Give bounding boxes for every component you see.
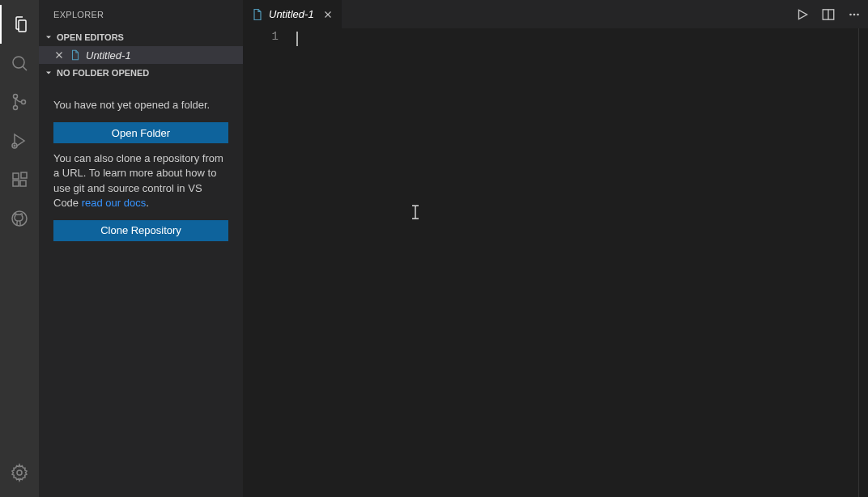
svg-rect-9 [21,172,27,178]
activity-github[interactable] [0,199,39,238]
open-editor-item[interactable]: Untitled-1 [39,46,243,64]
tab-label: Untitled-1 [269,8,314,20]
svg-rect-8 [20,181,26,186]
section-label: NO FOLDER OPENED [57,68,149,78]
close-icon[interactable] [53,49,66,61]
tab-actions [789,0,868,28]
chevron-down-icon [42,31,55,44]
svg-point-20 [857,13,859,15]
activity-explorer[interactable] [0,5,39,44]
section-no-folder[interactable]: NO FOLDER OPENED [39,64,243,82]
file-icon [251,8,264,21]
clone-message-end: . [146,197,149,209]
open-folder-button[interactable]: Open Folder [53,122,228,143]
code-content[interactable] [296,28,858,497]
no-folder-message: You have not yet opened a folder. [53,98,228,113]
svg-point-19 [853,13,856,15]
activity-run-debug[interactable] [0,121,39,160]
line-gutter: 1 [243,28,296,497]
split-editor-icon[interactable] [821,7,836,22]
activity-source-control[interactable] [0,83,39,121]
file-icon [70,49,83,61]
svg-point-11 [17,470,22,475]
svg-line-1 [23,66,27,70]
text-cursor [296,32,298,46]
section-label: OPEN EDITORS [57,32,124,42]
run-icon[interactable] [795,7,810,22]
svg-point-18 [849,13,852,15]
activity-settings[interactable] [0,453,39,492]
svg-point-3 [14,106,18,110]
tab-untitled-1[interactable]: Untitled-1 [243,0,343,28]
no-folder-body: You have not yet opened a folder. Open F… [39,82,243,241]
svg-rect-6 [13,173,19,179]
close-icon[interactable] [322,9,334,20]
svg-point-4 [22,100,26,104]
svg-point-0 [13,57,24,68]
minimap[interactable] [858,28,868,497]
more-icon[interactable] [847,7,862,22]
svg-rect-7 [13,181,19,186]
editor-body[interactable]: 1 [243,28,868,497]
read-docs-link[interactable]: read our docs [82,197,147,209]
clone-message: You can also clone a repository from a U… [53,151,228,210]
clone-repository-button[interactable]: Clone Repository [53,220,228,241]
activity-extensions[interactable] [0,160,39,199]
open-editor-filename: Untitled-1 [86,49,131,62]
activity-bar [0,0,39,497]
editor-area: Untitled-1 1 [243,0,868,497]
svg-point-2 [14,95,18,99]
line-number: 1 [243,30,279,43]
chevron-down-icon [42,66,55,79]
sidebar-explorer: EXPLORER OPEN EDITORS Untitled-1 NO FOLD… [39,0,243,497]
activity-search[interactable] [0,44,39,83]
section-open-editors[interactable]: OPEN EDITORS [39,28,243,46]
sidebar-title: EXPLORER [39,0,243,28]
tabs-bar: Untitled-1 [243,0,868,28]
